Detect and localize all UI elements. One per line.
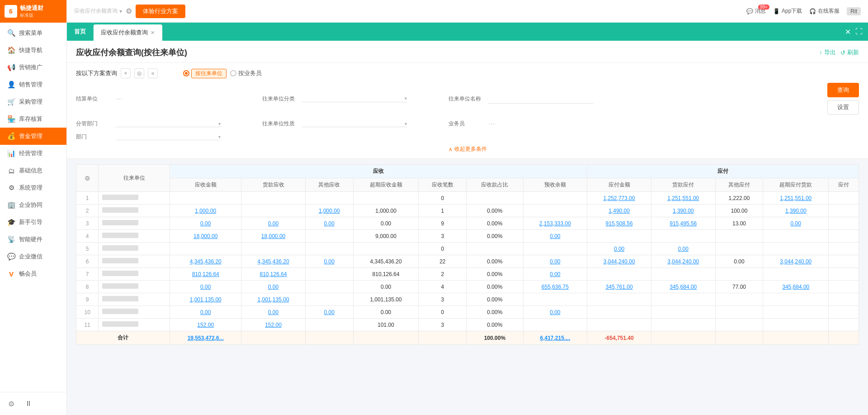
table-cell[interactable]: 0.00 <box>241 217 306 230</box>
filter-collapse-icon[interactable]: « <box>148 68 158 78</box>
dept-select-wrapper[interactable]: ▾ <box>116 120 221 127</box>
table-cell <box>715 230 763 243</box>
salesperson-dots[interactable]: ··· <box>488 119 495 129</box>
table-cell[interactable]: 1,390.00 <box>651 205 715 217</box>
table-cell[interactable]: 345,684.00 <box>651 281 715 293</box>
table-cell[interactable]: 0.00 <box>170 281 241 293</box>
table-cell[interactable]: 0.00 <box>170 217 241 230</box>
table-cell[interactable]: 1,251,551.00 <box>763 192 829 205</box>
tab-home[interactable]: 首页 <box>67 23 94 41</box>
sidebar-item-marketing[interactable]: 📢 营销推广 <box>0 59 66 76</box>
th-gear[interactable]: ⚙ <box>76 165 99 192</box>
sidebar-item-basic-info[interactable]: 🗂 基础信息 <box>0 162 66 179</box>
company-nature-select-wrapper[interactable]: ▾ <box>302 120 407 127</box>
table-cell[interactable]: 0.00 <box>305 255 353 268</box>
total-prepay[interactable]: 6,417,215.... <box>523 331 587 345</box>
online-service-button[interactable]: 🎧 在线客服 <box>809 7 840 15</box>
collapse-btn[interactable]: ⏸ <box>22 397 35 410</box>
solution-button[interactable]: 体验行业方案 <box>136 5 185 18</box>
refresh-button[interactable]: ↺ 刷新 <box>840 48 859 57</box>
sidebar-item-guide[interactable]: 🎓 新手引导 <box>0 214 66 231</box>
table-cell[interactable]: 810,126.64 <box>241 268 306 281</box>
table-cell[interactable]: 1,252,773.00 <box>587 192 651 205</box>
tab-maximize-icon[interactable]: ⛶ <box>855 28 863 36</box>
sidebar-item-system[interactable]: ⚙ 系统管理 <box>0 179 66 196</box>
sidebar-item-inventory[interactable]: 🏪 库存核算 <box>0 110 66 128</box>
table-cell[interactable]: 1,001,135.00 <box>241 293 306 306</box>
table-cell: 1,001,135.00 <box>353 293 419 306</box>
gear-icon[interactable]: ⚙ <box>85 175 90 182</box>
table-cell[interactable]: 345,761.00 <box>587 281 651 293</box>
filter-option-company[interactable]: 按往来单位 <box>183 69 226 78</box>
table-cell[interactable]: 4,345,436.20 <box>170 255 241 268</box>
sidebar-item-member[interactable]: V 畅会员 <box>0 265 66 282</box>
table-cell[interactable]: 0.00 <box>523 255 587 268</box>
sub-dept-select[interactable] <box>116 134 218 140</box>
table-cell[interactable]: 1,490.00 <box>587 205 651 217</box>
tab-ar-ap[interactable]: 应收应付余额查询 ✕ <box>94 24 162 41</box>
table-cell[interactable]: 1,390.00 <box>763 205 829 217</box>
table-cell[interactable]: 0.00 <box>651 243 715 255</box>
settlement-unit-dots[interactable]: ··· <box>116 94 123 104</box>
table-cell[interactable]: 0.00 <box>587 243 651 255</box>
sidebar-item-sales[interactable]: 👤 销售管理 <box>0 76 66 93</box>
collapse-more-btn[interactable]: ∧ 收起更多条件 <box>76 145 859 153</box>
table-cell[interactable]: 152.00 <box>170 319 241 331</box>
app-download-button[interactable]: 📱 App下载 <box>773 7 802 15</box>
sidebar-item-quick-nav[interactable]: 🏠 快捷导航 <box>0 42 66 59</box>
table-cell[interactable]: 1,000.00 <box>170 205 241 217</box>
export-button[interactable]: ↑ 导出 <box>820 48 836 57</box>
table-cell[interactable]: 915,508.56 <box>587 217 651 230</box>
table-cell[interactable]: 18,000.00 <box>170 230 241 243</box>
table-cell[interactable]: 4,345,436.20 <box>241 255 306 268</box>
table-cell[interactable]: 0.00 <box>523 306 587 319</box>
settings-bottom-btn[interactable]: ⚙ <box>5 397 18 410</box>
table-cell[interactable]: 0.00 <box>241 306 306 319</box>
sidebar-item-enterprise[interactable]: 🏢 企业协同 <box>0 196 66 214</box>
company-type-select-wrapper[interactable]: ▾ <box>302 95 407 102</box>
filter-add-btn[interactable]: + <box>121 68 131 78</box>
table-cell[interactable]: 0.00 <box>763 217 829 230</box>
table-cell[interactable]: 3,044,240.00 <box>587 255 651 268</box>
table-cell[interactable]: 0.00 <box>305 306 353 319</box>
company-type-select[interactable] <box>302 95 405 102</box>
table-cell[interactable]: 152.00 <box>241 319 306 331</box>
table-cell[interactable]: 1,251,551.00 <box>651 192 715 205</box>
message-button[interactable]: 💬 消息 99+ <box>746 7 766 15</box>
query-button[interactable]: 查询 <box>827 83 859 97</box>
table-cell[interactable]: 0.00 <box>523 268 587 281</box>
dept-select[interactable] <box>116 120 218 127</box>
table-cell[interactable]: 1,000.00 <box>305 205 353 217</box>
table-cell[interactable]: 3,044,240.00 <box>651 255 715 268</box>
tab-close-icon[interactable]: ✕ <box>151 30 155 36</box>
table-cell[interactable]: 0.00 <box>241 281 306 293</box>
settings-button[interactable]: 设置 <box>827 100 859 114</box>
table-cell[interactable]: 0.00 <box>170 306 241 319</box>
company-nature-select[interactable] <box>302 120 405 127</box>
table-cell[interactable]: 345,684.00 <box>763 281 829 293</box>
sidebar-item-capital[interactable]: 💰 资金管理 <box>0 128 66 145</box>
table-cell[interactable]: 915,495.56 <box>651 217 715 230</box>
sub-dept-select-wrapper[interactable]: ▾ <box>116 134 221 140</box>
table-cell[interactable]: 2,153,333.00 <box>523 217 587 230</box>
table-cell[interactable]: 810,126.64 <box>170 268 241 281</box>
sidebar-item-purchase[interactable]: 🛒 采购管理 <box>0 93 66 110</box>
sidebar-item-search-menu[interactable]: 🔍 搜索菜单 <box>0 24 66 42</box>
table-cell[interactable]: 0.00 <box>305 217 353 230</box>
table-cell[interactable]: 655,636.75 <box>523 281 587 293</box>
company-name-cell <box>99 306 170 319</box>
table-cell[interactable]: 0.00 <box>523 230 587 243</box>
sidebar-item-operations[interactable]: 📊 经营管理 <box>0 145 66 162</box>
total-ar-amount[interactable]: 19,553,472,6... <box>170 331 241 345</box>
topbar-gear-icon[interactable]: ⚙ <box>126 7 132 15</box>
company-name-input[interactable] <box>488 94 593 104</box>
filter-target-btn[interactable]: ◎ <box>134 68 144 78</box>
filter-option-salesperson[interactable]: 按业务员 <box>230 69 262 77</box>
company-name-cell <box>99 268 170 281</box>
table-cell[interactable]: 1,001,135.00 <box>170 293 241 306</box>
sidebar-item-wechat[interactable]: 💬 企业微信 <box>0 248 66 265</box>
tab-close-window-icon[interactable]: ✕ <box>845 28 851 36</box>
table-cell[interactable]: 3,044,240.00 <box>763 255 829 268</box>
table-cell[interactable]: 18,000.00 <box>241 230 306 243</box>
sidebar-item-hardware[interactable]: 📡 智能硬件 <box>0 231 66 248</box>
